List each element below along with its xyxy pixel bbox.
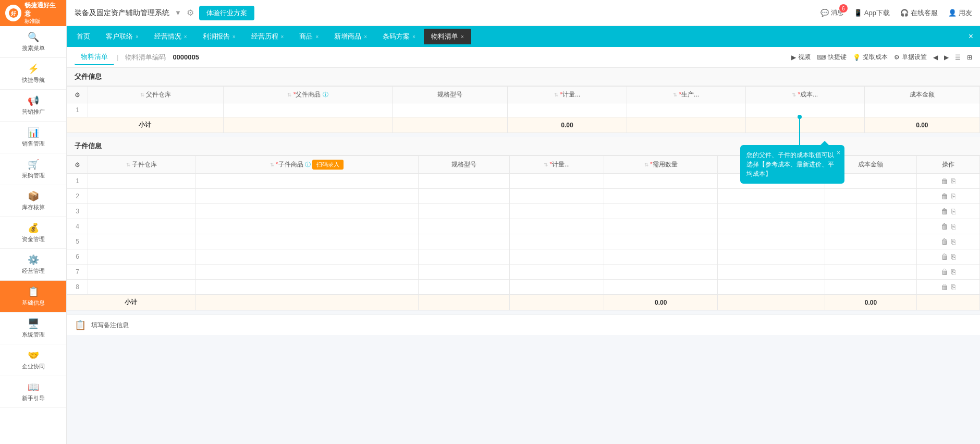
delete-row-3-icon[interactable]: 🗑: [941, 207, 948, 215]
child-row[interactable]: 6 🗑⎘: [67, 249, 980, 265]
nav-left-btn[interactable]: ◀: [933, 54, 938, 61]
video-icon: ▶: [791, 54, 796, 61]
parent-th-warehouse: ⇅ 父件仓库: [88, 87, 224, 103]
copy-row-3-icon[interactable]: ⎘: [951, 207, 956, 215]
tab-profit-report[interactable]: 利润报告 ×: [195, 29, 243, 44]
copy-row-6-icon[interactable]: ⎘: [951, 253, 956, 261]
tab-products[interactable]: 商品 ×: [292, 29, 326, 44]
sidebar-item-guide[interactable]: 📖 新手引导: [0, 376, 66, 408]
delete-row-5-icon[interactable]: 🗑: [941, 237, 948, 246]
shortcut-btn[interactable]: ⌨ 快捷键: [817, 53, 847, 62]
extract-cost-btn[interactable]: 💡 提取成本: [853, 53, 888, 62]
delete-row-1-icon[interactable]: 🗑: [941, 177, 948, 185]
svg-text:好: 好: [10, 10, 17, 16]
bottom-bar: 📋 填写备注信息: [67, 315, 980, 335]
sidebar-item-operations[interactable]: ⚙️ 经营管理: [0, 249, 66, 281]
sidebar-item-sales[interactable]: 📊 销售管理: [0, 122, 66, 153]
parent-section-title: 父件信息: [67, 68, 980, 86]
child-row[interactable]: 4 🗑⎘: [67, 219, 980, 234]
delete-row-4-icon[interactable]: 🗑: [941, 222, 948, 231]
sidebar-item-quick-nav[interactable]: ⚡ 快捷导航: [0, 58, 66, 90]
parent-warehouse-1[interactable]: [88, 103, 224, 117]
sidebar-item-purchase[interactable]: 🛒 采购管理: [0, 153, 66, 185]
tab-close-bom-list[interactable]: ×: [461, 34, 464, 40]
tab-close-barcode[interactable]: ×: [412, 34, 415, 40]
delete-row-7-icon[interactable]: 🗑: [941, 268, 948, 276]
child-row[interactable]: 2 🗑⎘: [67, 189, 980, 204]
tooltip-close-btn[interactable]: ×: [837, 148, 840, 158]
app-download-button[interactable]: 📱 App下载: [854, 8, 890, 18]
scan-btn[interactable]: 扫码录入: [312, 160, 344, 170]
sidebar-item-inventory[interactable]: 📦 库存核算: [0, 185, 66, 217]
tab-close-profit-report[interactable]: ×: [232, 34, 236, 40]
layout-grid-btn[interactable]: ⊞: [967, 54, 972, 61]
child-th-setting[interactable]: ⚙: [67, 156, 88, 174]
online-service-button[interactable]: 🎧 在线客服: [900, 8, 938, 18]
settings-icon: ⚙: [894, 54, 900, 61]
sidebar-item-system[interactable]: 🖥️ 系统管理: [0, 313, 66, 344]
shortcut-icon: ⌨: [817, 54, 826, 61]
child-row[interactable]: 5 🗑⎘: [67, 234, 980, 249]
delete-row-2-icon[interactable]: 🗑: [941, 192, 948, 200]
tab-home[interactable]: 首页: [69, 29, 97, 44]
delete-row-8-icon[interactable]: 🗑: [941, 283, 948, 291]
marketing-icon: 📢: [28, 95, 39, 106]
delete-row-6-icon[interactable]: 🗑: [941, 253, 948, 261]
parent-cost-1[interactable]: [745, 103, 864, 117]
tooltip-anchor-line: [799, 115, 800, 145]
user-button[interactable]: 👤 用友: [948, 8, 972, 18]
child-warehouse-1[interactable]: [88, 174, 195, 189]
header-left: 装备及固定资产辅助管理系统 ▼ ⚙ 体验行业方案: [75, 6, 254, 20]
tab-barcode[interactable]: 条码方案 ×: [375, 29, 423, 44]
tab-close-new-products[interactable]: ×: [364, 34, 367, 40]
sidebar-item-search[interactable]: 🔍 搜索菜单: [0, 26, 66, 58]
child-row[interactable]: 8 🗑⎘: [67, 280, 980, 295]
parent-section: 父件信息 ⚙ ⇅ 父件仓库 ⇅ *父件商品 ⓘ: [67, 68, 980, 133]
copy-row-5-icon[interactable]: ⎘: [951, 237, 956, 246]
copy-row-7-icon[interactable]: ⎘: [951, 268, 956, 276]
copy-row-8-icon[interactable]: ⎘: [951, 283, 956, 291]
tab-close-customer[interactable]: ×: [136, 34, 139, 40]
sidebar-item-enterprise[interactable]: 🤝 企业协同: [0, 344, 66, 376]
tab-operations-status[interactable]: 经营情况 ×: [147, 29, 194, 44]
tab-close-operations-status[interactable]: ×: [184, 34, 187, 40]
parent-row-1[interactable]: 1: [67, 103, 980, 117]
child-row[interactable]: 3 🗑⎘: [67, 204, 980, 219]
parent-row-num-1: 1: [67, 103, 88, 117]
parent-production-1[interactable]: [627, 103, 745, 117]
single-settings-btn[interactable]: ⚙ 单据设置: [894, 53, 927, 62]
messages-button[interactable]: 💬 消息 6: [820, 8, 843, 17]
sidebar-item-basic-info[interactable]: 📋 基础信息: [0, 281, 66, 313]
child-product-1[interactable]: [195, 174, 418, 189]
parent-product-1[interactable]: [223, 103, 393, 117]
user-icon: 👤: [948, 9, 957, 17]
copy-row-1-icon[interactable]: ⎘: [951, 177, 956, 185]
copy-row-4-icon[interactable]: ⎘: [951, 222, 956, 231]
sidebar-item-finance[interactable]: 💰 资金管理: [0, 217, 66, 249]
tab-operations-history[interactable]: 经营历程 ×: [244, 29, 291, 44]
tab-new-products[interactable]: 新增商品 ×: [327, 29, 374, 44]
tab-close-products[interactable]: ×: [315, 34, 318, 40]
sub-tab-bom-list[interactable]: 物料清单: [75, 50, 114, 65]
layout-list-btn[interactable]: ☰: [955, 54, 961, 61]
parent-unit-1[interactable]: [508, 103, 627, 117]
parent-spec-1[interactable]: [393, 103, 508, 117]
child-spec-1[interactable]: [418, 174, 509, 189]
nav-right-btn[interactable]: ▶: [944, 54, 949, 61]
child-row[interactable]: 7 🗑⎘: [67, 265, 980, 280]
parent-th-setting[interactable]: ⚙: [67, 87, 88, 103]
sidebar-item-marketing[interactable]: 📢 营销推广: [0, 90, 66, 122]
close-all-tabs[interactable]: ×: [964, 32, 977, 41]
child-qty-1[interactable]: [604, 174, 717, 189]
settings-icon[interactable]: ⚙: [187, 8, 194, 18]
trial-button[interactable]: 体验行业方案: [199, 6, 254, 20]
tab-close-operations-history[interactable]: ×: [281, 34, 284, 40]
copy-row-2-icon[interactable]: ⎘: [951, 192, 956, 200]
sub-tabs-bar: 物料清单 | 物料清单编码 0000005 ▶ 视频 ⌨ 快捷键 💡 提取成本 …: [67, 47, 980, 68]
tab-bom-list[interactable]: 物料清单 ×: [424, 29, 471, 44]
tab-customer[interactable]: 客户联络 ×: [99, 29, 146, 44]
purchase-icon: 🛒: [28, 159, 39, 170]
video-btn[interactable]: ▶ 视频: [791, 53, 811, 62]
child-unit-1[interactable]: [510, 174, 604, 189]
enterprise-icon: 🤝: [28, 350, 39, 361]
